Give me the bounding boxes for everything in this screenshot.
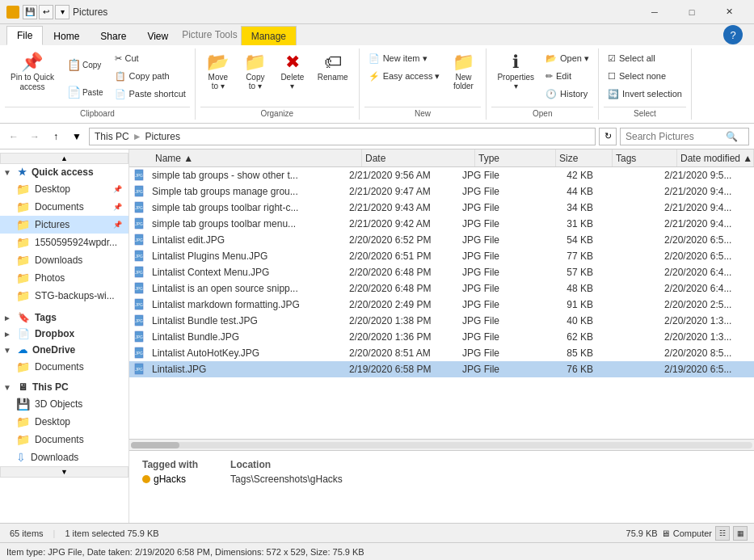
sidebar-item-documents[interactable]: 📁 Documents 📌 (0, 198, 128, 216)
help-button[interactable]: ? (723, 25, 743, 44)
paste-btn[interactable]: 📄 Paste (61, 81, 109, 103)
quick-dropdown-btn[interactable]: ▾ (55, 5, 70, 19)
tab-view[interactable]: View (137, 26, 179, 45)
sidebar-item-pictures[interactable]: 📁 Pictures 📌 (0, 216, 128, 234)
file-item-1[interactable]: JPG Simple tab groups manage grou... 2/2… (129, 183, 754, 200)
file-item-9[interactable]: JPG Lintalist Bundle test.JPG 2/20/2020 … (129, 313, 754, 329)
forward-button[interactable]: → (26, 128, 44, 145)
file-item-3[interactable]: JPG simple tab groups toolbar menu... 2/… (129, 216, 754, 232)
sidebar-item-photos[interactable]: 📁 Photos (0, 269, 128, 287)
sidebar-3d-label: 3D Objects (35, 398, 82, 410)
quick-undo-btn[interactable]: ↩ (39, 5, 53, 19)
edit-btn[interactable]: ✏ Edit (541, 68, 593, 84)
file-item-12[interactable]: JPG Lintalist.JPG 2/19/2020 6:58 PM JPG … (129, 361, 754, 377)
close-button[interactable]: ✕ (710, 0, 748, 24)
cut-label: Cut (125, 53, 139, 63)
open-btn[interactable]: 📂 Open ▾ (541, 50, 593, 66)
col-date-header[interactable]: Date (362, 149, 475, 166)
invert-selection-btn[interactable]: 🔄 Invert selection (604, 86, 686, 102)
new-folder-btn[interactable]: 📁 Newfolder (445, 50, 481, 105)
3d-icon: 💾 (16, 398, 30, 411)
sidebar-item-desktop2[interactable]: 📁 Desktop (0, 413, 128, 431)
col-name-header[interactable]: Name ▲ (152, 149, 362, 166)
properties-btn[interactable]: ℹ Properties▾ (491, 50, 540, 105)
back-button[interactable]: ← (5, 128, 23, 145)
refresh-button[interactable]: ↻ (599, 128, 617, 145)
col-tags-header[interactable]: Tags (613, 149, 677, 166)
file-item-8[interactable]: JPG Lintalist markdown formatting.JPG 2/… (129, 297, 754, 313)
tab-home[interactable]: Home (43, 26, 90, 45)
sidebar-tags[interactable]: ► 🔖 Tags (0, 309, 128, 326)
quick-save-btn[interactable]: 💾 (23, 5, 37, 19)
tab-file[interactable]: File (6, 26, 43, 45)
pin-to-quick-btn[interactable]: 📌 Pin to Quickaccess (5, 50, 60, 105)
delete-btn[interactable]: ✖ Delete▾ (275, 50, 310, 105)
file-icon-8: JPG (133, 297, 149, 313)
file-item-4[interactable]: JPG Lintalist edit.JPG 2/20/2020 6:52 PM… (129, 232, 754, 248)
sidebar-onedrive[interactable]: ▼ ☁ OneDrive (0, 342, 128, 358)
file-size-12: 76 KB (540, 364, 596, 375)
sidebar-scroll-down[interactable]: ▼ (0, 466, 128, 478)
search-box: 🔍 (620, 128, 749, 145)
address-path[interactable]: This PC ► Pictures (89, 128, 596, 145)
file-item-2[interactable]: JPG simple tab groups toolbar right-c...… (129, 200, 754, 216)
file-modified-4: 2/20/2020 6:5... (661, 234, 754, 246)
col-type-header[interactable]: Type (475, 149, 556, 166)
file-item-10[interactable]: JPG Lintalist Bundle.JPG 2/20/2020 1:36 … (129, 329, 754, 345)
copy-btn[interactable]: 📋 Copy (61, 50, 109, 79)
breadcrumb-pictures[interactable]: Pictures (145, 131, 180, 142)
sidebar-item-onedrive-docs[interactable]: 📁 Documents (0, 358, 128, 376)
move-to-btn[interactable]: 📂 Moveto ▾ (200, 50, 236, 105)
maximize-button[interactable]: □ (673, 0, 710, 24)
view-details-btn[interactable]: ☷ (715, 526, 730, 541)
col-size-header[interactable]: Size (556, 149, 613, 166)
sidebar-item-desktop[interactable]: 📁 Desktop 📌 (0, 180, 128, 198)
file-type-10: JPG File (459, 331, 540, 343)
dropbox-icon: 📄 (18, 328, 30, 339)
hscroll-track (131, 442, 752, 448)
pictures-pin-icon: 📌 (113, 221, 122, 229)
file-name-6: Lintalist Context Menu.JPG (149, 267, 346, 278)
file-item-6[interactable]: JPG Lintalist Context Menu.JPG 2/20/2020… (129, 264, 754, 280)
new-item-btn[interactable]: 📄 New item ▾ (364, 50, 444, 66)
file-item-5[interactable]: JPG Lintalist Plugins Menu.JPG 2/20/2020… (129, 248, 754, 264)
ribbon-open-content: ℹ Properties▾ 📂 Open ▾ ✏ Edit 🕐 History (491, 50, 593, 105)
computer-label: Computer (673, 528, 712, 538)
sidebar-item-downloads2[interactable]: ⇩ Downloads (0, 448, 128, 466)
search-input[interactable] (626, 131, 722, 142)
sidebar-quick-access[interactable]: ▼ ★ Quick access (0, 164, 128, 180)
select-none-btn[interactable]: ☐ Select none (604, 68, 686, 84)
clipboard-label: Clipboard (5, 107, 190, 118)
copy-path-btn[interactable]: 📋 Copy path (111, 68, 190, 84)
copy-to-btn[interactable]: 📁 Copyto ▾ (238, 50, 273, 105)
sidebar-item-downloads-qa[interactable]: 📁 Downloads (0, 251, 128, 269)
recent-locations-btn[interactable]: ▼ (68, 128, 86, 145)
file-item-7[interactable]: JPG Lintalist is an open source snipp...… (129, 280, 754, 297)
sidebar-dropbox[interactable]: ► 📄 Dropbox (0, 326, 128, 342)
file-item-11[interactable]: JPG Lintalist AutoHotKey.JPG 2/20/2020 8… (129, 345, 754, 361)
paste-shortcut-btn[interactable]: 📄 Paste shortcut (111, 86, 190, 102)
select-all-btn[interactable]: ☑ Select all (604, 50, 686, 66)
cut-btn[interactable]: ✂ Cut (111, 50, 190, 66)
history-btn[interactable]: 🕐 History (541, 86, 593, 102)
easy-access-btn[interactable]: ⚡ Easy access ▾ (364, 68, 444, 84)
sidebar-item-documents2[interactable]: 📁 Documents (0, 431, 128, 448)
sidebar-item-stg[interactable]: 📁 STG-backups-wi... (0, 287, 128, 305)
sidebar-scroll-up[interactable]: ▲ (0, 153, 128, 164)
sidebar-item-1550[interactable]: 📁 1550595924wpdr... (0, 234, 128, 251)
minimize-button[interactable]: ─ (636, 0, 673, 24)
file-item-0[interactable]: JPG simple tab groups - show other t... … (129, 167, 754, 183)
tab-share[interactable]: Share (90, 26, 137, 45)
view-large-icons-btn[interactable]: ▦ (733, 526, 748, 541)
horizontal-scrollbar[interactable] (129, 439, 754, 450)
rename-btn[interactable]: 🏷 Rename (312, 50, 354, 105)
tab-manage[interactable]: Manage (241, 26, 297, 45)
ribbon-tab-bar: File Home Share View Picture Tools Manag… (0, 24, 754, 45)
sidebar-item-3d[interactable]: 💾 3D Objects (0, 395, 128, 413)
sidebar-this-pc[interactable]: ▼ 🖥 This PC (0, 379, 128, 395)
up-button[interactable]: ↑ (47, 128, 65, 145)
file-modified-12: 2/19/2020 6:5... (661, 364, 754, 375)
breadcrumb-this-pc[interactable]: This PC (95, 131, 129, 142)
delete-label: Delete▾ (280, 73, 304, 91)
col-modified-header[interactable]: Date modified ▲ (677, 149, 754, 166)
